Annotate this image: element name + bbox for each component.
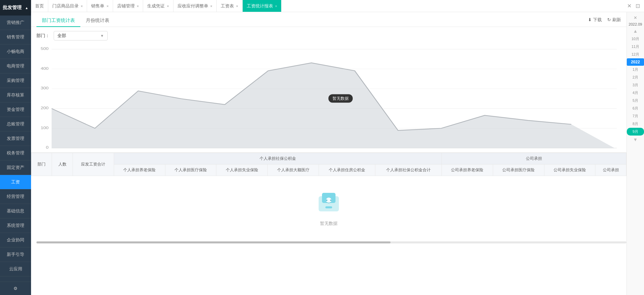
timeline-month-7月[interactable]: 7月 <box>627 112 644 120</box>
refresh-label: 刷新 <box>612 17 621 23</box>
svg-text:400: 400 <box>41 66 49 71</box>
tab-工资统计报表[interactable]: 工资统计报表× <box>243 0 281 12</box>
timeline-month-12月[interactable]: 12月 <box>627 51 644 58</box>
tab-close-icon[interactable]: × <box>137 4 139 8</box>
timeline-month-8月[interactable]: 8月 <box>627 120 644 128</box>
scrollbar-track <box>36 241 626 243</box>
th-company-insurance-group: 公司承担 <box>441 153 626 165</box>
timeline-year: 2022.09 <box>629 22 642 26</box>
sidebar-item-营销推广[interactable]: 营销推广 <box>0 16 31 30</box>
sidebar: 批发管理 ▲ 营销推广销售管理小畅电商电商管理采购管理库存核算资金管理总账管理发… <box>0 0 31 295</box>
sidebar-item-新手引导[interactable]: 新手引导 <box>0 247 31 262</box>
th-company-pension: 公司承担养老保险 <box>441 165 493 176</box>
th-personal-pension: 个人承担养老保险 <box>114 165 165 176</box>
sidebar-item-工资[interactable]: 工资 <box>0 175 31 189</box>
timeline-up-button[interactable]: ▲ <box>632 27 639 35</box>
sidebar-settings-icon[interactable]: ⚙ <box>0 282 31 295</box>
sidebar-item-云应用[interactable]: 云应用 <box>0 262 31 276</box>
timeline-month-6月[interactable]: 6月 <box>627 105 644 112</box>
sidebar-item-发票管理[interactable]: 发票管理 <box>0 131 31 146</box>
tab-工资表[interactable]: 工资表× <box>217 0 242 12</box>
sub-tabs-container: 部门工资统计表月份统计表 <box>36 16 115 27</box>
sidebar-item-销售管理[interactable]: 销售管理 <box>0 30 31 45</box>
timeline-month-2022[interactable]: 2022 <box>627 58 644 66</box>
svg-point-16 <box>326 200 327 201</box>
sub-tab-actions: ⬇ 下载 ↻ 刷新 <box>588 17 621 26</box>
timeline-month-11月[interactable]: 11月 <box>627 43 644 51</box>
timeline-month-4月[interactable]: 4月 <box>627 89 644 97</box>
tab-生成凭证[interactable]: 生成凭证× <box>143 0 173 12</box>
download-icon: ⬇ <box>588 17 592 22</box>
tab-首页[interactable]: 首页 <box>31 0 48 12</box>
department-select-value: 全部 <box>57 33 66 39</box>
svg-text:200: 200 <box>41 106 49 110</box>
th-personal-unemploy: 个人承担失业保险 <box>216 165 268 176</box>
sidebar-item-小畅电商[interactable]: 小畅电商 <box>0 45 31 59</box>
timeline-month-9月[interactable]: 9月 <box>627 128 644 136</box>
sidebar-item-采购管理[interactable]: 采购管理 <box>0 73 31 88</box>
timeline-month-2月[interactable]: 2月 <box>627 73 644 81</box>
th-department: 部门 <box>31 153 52 176</box>
empty-text: 暂无数据 <box>320 220 338 227</box>
sidebar-item-经营管理[interactable]: 经营管理 <box>0 189 31 204</box>
horizontal-scrollbar[interactable] <box>31 240 626 245</box>
timeline-down-button[interactable]: ▼ <box>632 136 639 144</box>
svg-text:300: 300 <box>41 86 49 90</box>
tab-close-icon[interactable]: × <box>167 4 169 8</box>
timeline-month-5月[interactable]: 5月 <box>627 97 644 105</box>
tabs-container: 首页门店商品目录×销售单×店铺管理×生成凭证×应收应付调整单×工资表×工资统计报… <box>31 0 281 12</box>
timeline-months: 10月11月12月20221月2月3月4月5月6月7月8月9月 <box>627 35 644 136</box>
empty-icon <box>315 189 342 216</box>
chart-area: 0 100 200 300 400 500 <box>31 45 626 152</box>
tab-应收应付调整单[interactable]: 应收应付调整单× <box>173 0 217 12</box>
timeline-month-10月[interactable]: 10月 <box>627 35 644 43</box>
filter-bar: 部门： 全部 ▼ <box>31 27 626 45</box>
main-area: 首页门店商品目录×销售单×店铺管理×生成凭证×应收应付调整单×工资表×工资统计报… <box>31 0 644 295</box>
chart-tooltip: 暂无数据 <box>328 94 353 103</box>
sidebar-title: 批发管理 <box>3 5 22 11</box>
refresh-link[interactable]: ↻ 刷新 <box>607 17 621 23</box>
filter-label: 部门： <box>36 33 50 39</box>
sidebar-item-企业协同[interactable]: 企业协同 <box>0 233 31 247</box>
tab-close-icon[interactable]: × <box>81 4 83 8</box>
sidebar-item-固定资产[interactable]: 固定资产 <box>0 160 31 175</box>
tab-bar: 首页门店商品目录×销售单×店铺管理×生成凭证×应收应付调整单×工资表×工资统计报… <box>31 0 644 12</box>
tab-close-icon[interactable]: × <box>236 4 238 8</box>
sub-tab-部门工资统计表[interactable]: 部门工资统计表 <box>36 16 80 27</box>
sub-tabs: 部门工资统计表月份统计表 ⬇ 下载 ↻ 刷新 <box>31 12 626 27</box>
sub-tab-月份统计表[interactable]: 月份统计表 <box>80 16 115 27</box>
tab-close-icon[interactable]: × <box>106 4 108 8</box>
tab-close-icon[interactable]: × <box>275 4 277 8</box>
timeline-close-button[interactable]: × <box>634 15 637 21</box>
timeline-month-3月[interactable]: 3月 <box>627 81 644 89</box>
th-personal-large-med: 个人承担大额医疗 <box>268 165 319 176</box>
sidebar-item-系统管理[interactable]: 系统管理 <box>0 218 31 233</box>
tab-门店商品目录[interactable]: 门店商品目录× <box>48 0 87 12</box>
sidebar-item-总账管理[interactable]: 总账管理 <box>0 117 31 131</box>
sidebar-item-库存核算[interactable]: 库存核算 <box>0 88 31 102</box>
table-subheader-row: 个人承担养老保险 个人承担医疗保险 个人承担失业保险 个人承担大额医疗 个人承担… <box>31 165 626 176</box>
th-personal-housing: 个人承担住房公积金 <box>319 165 375 176</box>
sidebar-item-税务管理[interactable]: 税务管理 <box>0 146 31 160</box>
timeline-panel: × 2022.09 ▲ 10月11月12月20221月2月3月4月5月6月7月8… <box>626 12 644 295</box>
sidebar-item-电商管理[interactable]: 电商管理 <box>0 59 31 73</box>
svg-text:0: 0 <box>46 145 49 150</box>
tab-店铺管理[interactable]: 店铺管理× <box>113 0 143 12</box>
timeline-month-1月[interactable]: 1月 <box>627 66 644 73</box>
refresh-icon: ↻ <box>607 17 611 22</box>
data-table: 部门 人数 应发工资合计 个人承担社保公积金 公司承担 个人承担养老保险 个人承… <box>31 153 626 240</box>
tab-bar-restore-button[interactable]: ⊡ <box>634 1 641 10</box>
th-personal-medical: 个人承担医疗保险 <box>165 165 216 176</box>
download-link[interactable]: ⬇ 下载 <box>588 17 602 23</box>
tab-close-icon[interactable]: × <box>210 4 212 8</box>
th-company-unemploy: 公司承担失业保险 <box>544 165 595 176</box>
tab-bar-close-button[interactable]: ✕ <box>626 1 633 10</box>
th-company-medical: 公司承担医疗保险 <box>493 165 544 176</box>
sidebar-items: 营销推广销售管理小畅电商电商管理采购管理库存核算资金管理总账管理发票管理税务管理… <box>0 16 31 276</box>
sidebar-item-资金管理[interactable]: 资金管理 <box>0 102 31 117</box>
svg-rect-15 <box>325 206 332 208</box>
sidebar-item-基础信息[interactable]: 基础信息 <box>0 204 31 218</box>
department-select[interactable]: 全部 ▼ <box>54 31 108 40</box>
sidebar-header[interactable]: 批发管理 ▲ <box>0 0 31 16</box>
tab-销售单[interactable]: 销售单× <box>87 0 113 12</box>
